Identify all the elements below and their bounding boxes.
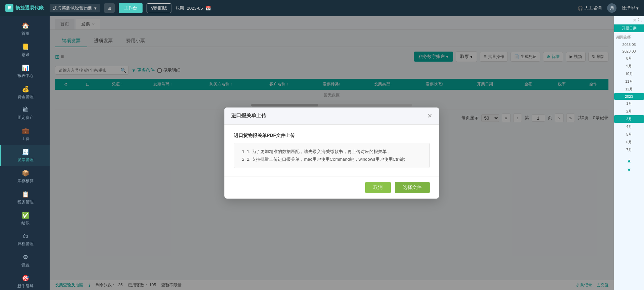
main-layout: 🏠 首页 📒 总账 📊 报表中心 💰 资金管理 🏛 固定资产 💼 工资 🧾 发票… [0,16,644,290]
close-icon[interactable]: ✕ [633,17,637,23]
chevron-down-icon: ▾ [94,6,97,11]
collapse-up-btn[interactable]: ▲ [625,156,633,165]
guide-icon: 🎯 [22,275,29,282]
period-4[interactable]: 4月 [614,123,644,131]
modal-section-title: 进口货物报关单PDF文件上传 [234,133,430,139]
collapse-controls: ▲ ▼ [614,155,644,176]
modal-select-file-button[interactable]: 选择文件 [395,182,430,193]
workspace-button[interactable]: 工作台 [119,3,143,13]
switch-old-button[interactable]: 切到旧版 [147,3,171,13]
sidebar-item-inventory[interactable]: 📦 库存核算 [0,166,50,187]
modal-box: 进口报关单上传 ✕ 进口货物报关单PDF文件上传 1. 为了更加精准的数据匹配，… [224,107,439,199]
sidebar-item-reports[interactable]: 📊 报表中心 [0,61,50,82]
window-controls: ✕ ⛶ [614,16,644,24]
modal-info-box: 1. 为了更加精准的数据匹配，请先录入海关缴款书，再上传对应的报关单； 2. 支… [234,143,430,168]
sidebar-item-salary[interactable]: 💼 工资 [0,124,50,145]
service-button[interactable]: 🎧 人工咨询 [578,5,602,11]
reports-icon: 📊 [22,64,29,72]
sidebar-item-invoice[interactable]: 🧾 发票管理 [0,145,50,166]
open-billing-btn[interactable]: 开票日期 [614,24,644,32]
period-6[interactable]: 6月 [614,138,644,146]
calendar-icon[interactable]: 📅 [206,6,211,11]
sidebar: 🏠 首页 📒 总账 📊 报表中心 💰 资金管理 🏛 固定资产 💼 工资 🧾 发票… [0,16,50,290]
sidebar-item-guide[interactable]: 🎯 新手引导 [0,271,50,290]
invoice-icon: 🧾 [22,148,29,156]
period-header: 期间选择 [614,33,644,41]
modal-info-item-1: 1. 为了更加精准的数据匹配，请先录入海关缴款书，再上传对应的报关单； [247,148,423,155]
ledger-icon: 📒 [22,43,29,51]
settle-icon: ✅ [22,212,29,219]
period-3[interactable]: 3月 [614,115,644,123]
app-logo: 畅 畅捷通易代账 [5,4,46,12]
content-area: 首页 发票 ✕ 销项发票 进项发票 费用小票 ⊞ ≡ [50,16,614,290]
period-7[interactable]: 7月 [614,146,644,154]
sidebar-item-ledger[interactable]: 📒 总账 [0,40,50,61]
sidebar-item-finance[interactable]: 💰 资金管理 [0,82,50,103]
modal-body: 进口货物报关单PDF文件上传 1. 为了更加精准的数据匹配，请先录入海关缴款书，… [224,125,439,176]
period-2023[interactable]: 2023 [614,93,644,100]
home-icon: 🏠 [22,22,29,29]
period-2023-03-2[interactable]: 2023.03 [614,48,644,55]
chevron-down-icon: ▾ [636,6,639,11]
salary-icon: 💼 [22,127,29,135]
modal-header: 进口报关单上传 ✕ [224,107,439,125]
logo-icon: 畅 [5,4,13,12]
expand-icon[interactable]: ⛶ [638,17,642,23]
sidebar-item-assets[interactable]: 🏛 固定资产 [0,103,50,124]
top-bar-right: 🎧 人工咨询 用 徐泽华 ▾ [578,3,639,13]
period-11[interactable]: 11月 [614,78,644,85]
collapse-down-btn[interactable]: ▼ [625,166,633,174]
sidebar-item-home[interactable]: 🏠 首页 [0,19,50,40]
inventory-icon: 📦 [22,169,29,177]
modal-close-button[interactable]: ✕ [427,112,432,120]
period-1[interactable]: 1月 [614,100,644,107]
tax-icon: 📋 [22,191,29,198]
period-8[interactable]: 8月 [614,55,644,62]
company-selector[interactable]: 沈海英测试经营勿删 ▾ [50,4,100,12]
avatar: 用 [607,3,616,13]
info-icon: ⊞ [107,5,111,11]
right-panel: ✕ ⛶ 开票日期 期间选择 2023.03 2023.03 8月 9月 10月 … [614,16,644,290]
period-5[interactable]: 5月 [614,131,644,138]
finance-icon: 💰 [22,85,29,93]
settings-icon: ⚙ [23,253,28,261]
period-list: 期间选择 2023.03 2023.03 8月 9月 10月 11月 12月 2… [614,32,644,155]
period-10[interactable]: 10月 [614,70,644,78]
user-menu[interactable]: 徐泽华 ▾ [622,5,639,11]
modal-cancel-button[interactable]: 取消 [365,182,391,193]
top-bar: 畅 畅捷通易代账 沈海英测试经营勿删 ▾ ⊞ 工作台 切到旧版 账期 2023-… [0,0,644,16]
sidebar-item-settle[interactable]: ✅ 结账 [0,208,50,229]
archive-icon: 🗂 [22,233,29,240]
period-info: 账期 2023-05 📅 [175,5,211,11]
sidebar-item-settings[interactable]: ⚙ 设置 [0,250,50,271]
period-9[interactable]: 9月 [614,62,644,70]
modal-footer: 取消 选择文件 [224,176,439,199]
sidebar-item-archive[interactable]: 🗂 归档管理 [0,229,50,250]
sidebar-item-tax[interactable]: 📋 税务管理 [0,187,50,208]
modal-overlay: 进口报关单上传 ✕ 进口货物报关单PDF文件上传 1. 为了更加精准的数据匹配，… [50,16,614,290]
modal-info-item-2: 2. 支持批量上传进口报关单，mac用户使用Command键，windows用户… [247,155,423,163]
assets-icon: 🏛 [22,106,29,114]
period-2023-03-1[interactable]: 2023.03 [614,41,644,48]
headset-icon: 🎧 [578,6,583,11]
company-info-btn[interactable]: ⊞ [104,3,115,13]
period-12[interactable]: 12月 [614,85,644,93]
modal-title: 进口报关单上传 [231,113,266,119]
period-2[interactable]: 2月 [614,107,644,115]
